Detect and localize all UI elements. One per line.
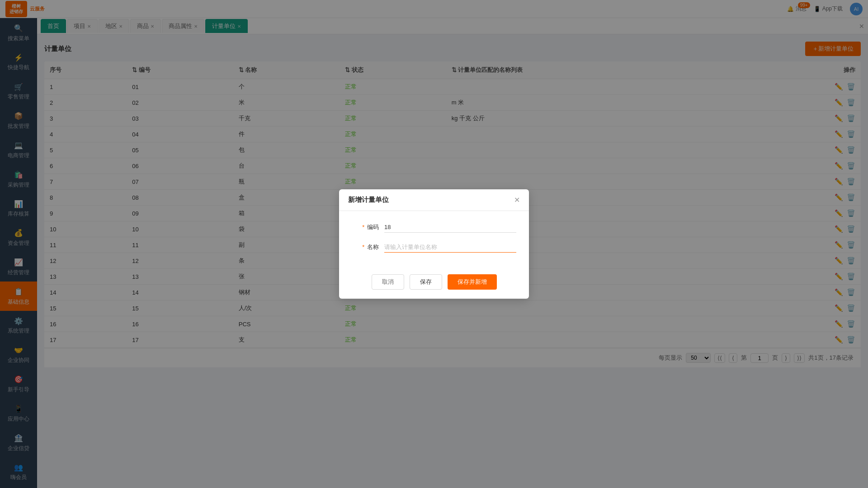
name-input[interactable]: [384, 242, 516, 253]
modal-footer: 取消 保存 保存并新增: [339, 269, 529, 299]
code-input[interactable]: [384, 222, 516, 233]
form-item-name: * 名称: [352, 242, 516, 253]
code-required-star: *: [362, 224, 364, 230]
name-required-star: *: [362, 244, 364, 250]
cancel-button[interactable]: 取消: [372, 274, 404, 290]
modal-overlay[interactable]: 新增计量单位 ✕ * 编码 * 名称 取消 保存 保存并新增: [0, 0, 868, 488]
save-and-new-button[interactable]: 保存并新增: [448, 274, 497, 290]
save-button[interactable]: 保存: [410, 274, 442, 290]
modal-close-button[interactable]: ✕: [514, 197, 520, 204]
form-item-code: * 编码: [352, 222, 516, 233]
modal-title: 新增计量单位: [348, 196, 389, 204]
add-unit-modal: 新增计量单位 ✕ * 编码 * 名称 取消 保存 保存并新增: [339, 189, 529, 299]
modal-body: * 编码 * 名称: [339, 211, 529, 269]
name-label: * 名称: [352, 243, 379, 251]
modal-header: 新增计量单位 ✕: [339, 189, 529, 211]
code-label: * 编码: [352, 223, 379, 231]
